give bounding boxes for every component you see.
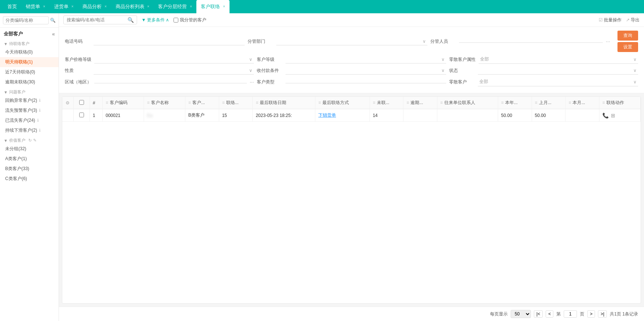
row-last-way[interactable]: 下销货单 [315, 109, 370, 122]
edit-icon[interactable]: ✎ [33, 138, 36, 143]
sidebar-item-class-a[interactable]: A类客户(1) [0, 154, 59, 164]
my-customers-checkbox-label[interactable]: 我分管的客户 [174, 17, 206, 23]
sidebar-item-declining[interactable]: 持续下滑客户(2) ℹ [0, 125, 59, 135]
nav-product-analysis[interactable]: 商品分析 × [78, 0, 111, 13]
sidebar-item-repurchase-abnormal[interactable]: 回购异常客户(2) ℹ [0, 96, 59, 106]
sidebar-item-overdue-pending[interactable]: 逾期未联络(30) [0, 77, 59, 87]
row-gear-cell [62, 109, 73, 122]
data-table-container: ⚙ # 客户编码 客户名称 客户... [62, 96, 641, 304]
more-icon[interactable]: ··· [250, 79, 254, 85]
first-page-btn[interactable]: |< [534, 310, 543, 318]
sidebar-item-tomorrow-pending[interactable]: 明天待联络(1) [0, 57, 59, 67]
level-select[interactable]: ∨ [286, 56, 446, 63]
refresh-icon[interactable]: ↻ [28, 138, 32, 143]
page-size-select[interactable]: 50 100 200 [511, 310, 531, 318]
sidebar-item-7days-pending[interactable]: 近7天待联络(0) [0, 67, 59, 77]
row-not-contacted: 14 [370, 109, 403, 122]
prev-page-btn[interactable]: < [546, 310, 553, 318]
phone-input[interactable] [94, 38, 245, 45]
filter-level-cell: 客户等级 ∨ [257, 56, 446, 63]
all-customers-header: 全部客户 « [0, 28, 59, 39]
col-header-name: 客户名称 [144, 97, 185, 109]
row-checkbox[interactable] [79, 113, 84, 117]
sidebar-item-churn-warning[interactable]: 流失预警客户(3) ℹ [0, 106, 59, 115]
row-last-date: 2023-05-23 18:25: [253, 109, 315, 122]
close-icon[interactable]: × [147, 0, 150, 13]
collapse-icon[interactable]: « [52, 31, 55, 37]
my-customers-checkbox[interactable] [174, 18, 178, 23]
select-all-header[interactable] [73, 97, 90, 109]
table-header-row: ⚙ # 客户编码 客户名称 客户... [62, 97, 641, 109]
row-checkbox-cell[interactable] [73, 109, 90, 122]
top-nav: 首页 销货单 × 进货单 × 商品分析 × 商品分析列表 × 客户分层经营 × … [0, 0, 644, 13]
filter-value-grade-cell: 客户价格等级 ∨ [65, 56, 254, 63]
chevron-down-icon: ∨ [441, 57, 445, 62]
export-btn[interactable]: ↗ 导出 [626, 17, 640, 23]
col-header-code: 客户编码 [102, 97, 144, 109]
close-icon[interactable]: × [105, 0, 107, 13]
dept-select[interactable]: ∨ [276, 38, 427, 45]
nav-product-analysis-list[interactable]: 商品分析列表 × [111, 0, 154, 13]
nav-purchase-order[interactable]: 进货单 × [50, 0, 78, 13]
retail-customer-select[interactable]: 全部 ∨ [478, 77, 638, 86]
page-input[interactable] [564, 310, 577, 318]
close-icon[interactable]: × [43, 0, 45, 13]
sidebar-item-ungrouped[interactable]: 未分组(32) [0, 144, 59, 154]
table-row: 1 000021 Ea B类客户 15 2023-05-23 18:25: 下销… [62, 109, 641, 122]
info-icon: ℹ [39, 128, 41, 132]
data-table: ⚙ # 客户编码 客户名称 客户... [62, 97, 641, 122]
sidebar-search-input[interactable] [3, 16, 49, 24]
close-icon[interactable]: × [190, 0, 192, 13]
nav-home[interactable]: 首页 [3, 0, 21, 13]
next-page-btn[interactable]: > [587, 310, 595, 318]
col-header-index: # [90, 97, 102, 109]
call-icon[interactable]: 📞 [602, 113, 609, 118]
filter-row-4: 区域（地区） ··· 客户类型 零散客户 全部 ∨ [65, 77, 638, 86]
last-page-btn[interactable]: >| [598, 310, 607, 318]
filter-icon: ▼ [141, 17, 146, 23]
filter-retail-customer-cell: 零散客户 全部 ∨ [449, 77, 638, 86]
filter-gender-cell: 性质 ∨ [65, 67, 254, 75]
sidebar-search-area: 🔍 [0, 13, 59, 28]
grid-icon[interactable]: ⊞ [611, 113, 615, 118]
nav-customer-tier[interactable]: 客户分层经营 × [154, 0, 196, 13]
search-box[interactable]: 🔍 [63, 15, 137, 24]
search-icon[interactable]: 🔍 [50, 18, 56, 23]
select-all-checkbox[interactable] [79, 100, 84, 105]
status-select[interactable]: ∨ [478, 67, 638, 75]
chevron-up-icon: ∧ [166, 17, 169, 23]
reset-button[interactable]: 设置 [617, 42, 638, 52]
row-unit-contact [437, 109, 498, 122]
sidebar-item-churned[interactable]: 已流失客户(24) ℹ [0, 115, 59, 125]
search-input[interactable] [67, 17, 126, 23]
checkbox-icon: ☑ [599, 17, 603, 23]
sidebar-item-today-pending[interactable]: 今天待联络(0) [0, 47, 59, 57]
col-header-this-year: 本年... [498, 97, 532, 109]
row-type: B类客户 [185, 109, 219, 122]
batch-op-btn[interactable]: ☑ 批量操作 [599, 17, 622, 23]
info-icon: ℹ [39, 108, 41, 113]
search-icon[interactable]: 🔍 [127, 17, 134, 23]
retail-attr-select[interactable]: 全部 ∨ [479, 55, 638, 64]
nav-sales-order[interactable]: 销货单 × [21, 0, 50, 13]
query-button[interactable]: 查询 [617, 31, 638, 41]
gender-select[interactable]: ∨ [94, 67, 254, 75]
payment-select[interactable]: ∨ [286, 67, 446, 75]
value-grade-select[interactable]: ∨ [94, 56, 254, 63]
col-header-contact: 联络... [219, 97, 253, 109]
more-filters-btn[interactable]: ▼ 更多条件 ∧ [141, 17, 169, 23]
sidebar-item-class-b[interactable]: B类客户(33) [0, 164, 59, 174]
col-header-last-date: 最后联络日期 [253, 97, 315, 109]
close-icon[interactable]: × [223, 0, 225, 13]
more-icon[interactable]: ··· [606, 38, 610, 44]
sidebar-item-class-c[interactable]: C类客户(6) [0, 174, 59, 184]
gear-column-header[interactable]: ⚙ [62, 97, 73, 109]
col-header-overdue: 逾期... [403, 97, 437, 109]
row-index: 1 [90, 109, 102, 122]
triangle-icon: ▼ [4, 42, 8, 46]
close-icon[interactable]: × [71, 0, 74, 13]
col-header-last-way: 最后联络方式 [315, 97, 370, 109]
filter-status-cell: 状态 ∨ [449, 67, 638, 75]
chevron-down-icon: ∨ [249, 57, 252, 62]
nav-customer-contact[interactable]: 客户联络 × [196, 0, 230, 13]
